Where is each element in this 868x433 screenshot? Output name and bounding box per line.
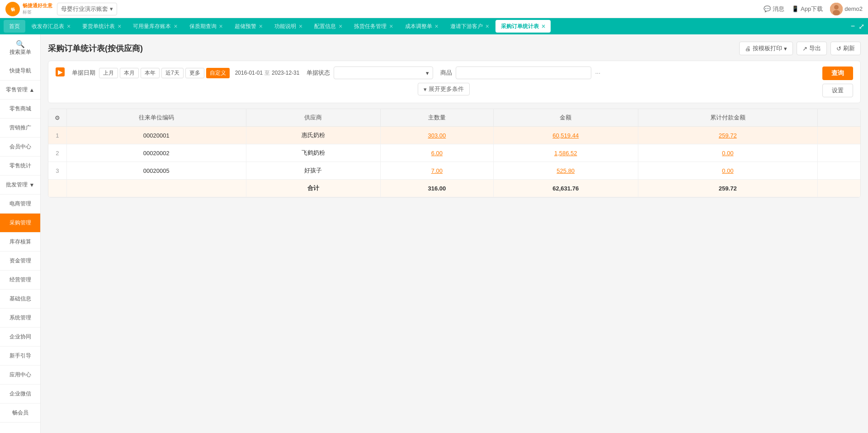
refresh-icon: ↺	[836, 45, 841, 52]
workspace-name: 母婴行业演示账套	[61, 5, 108, 13]
sidebar-item-inventory-check[interactable]: 库存核算	[0, 233, 40, 252]
top-bar-right: 💬 消息 📱 App下载 demo2	[764, 3, 863, 15]
sidebar-item-marketing[interactable]: 营销推广	[0, 119, 40, 138]
expand-conditions-btn[interactable]: ▾ 展开更多条件	[418, 83, 470, 95]
sidebar-item-retail-mall[interactable]: 零售商城	[0, 100, 40, 119]
sidebar-item-app-center[interactable]: 应用中心	[0, 366, 40, 385]
paid-amount-cell: 0.00	[638, 162, 817, 180]
supplier-col-header: 供应商	[246, 109, 380, 127]
sidebar-item-wholesale-mgmt[interactable]: 批发管理 ▼	[0, 176, 40, 195]
nav-right-buttons: − ⤢	[851, 22, 864, 31]
filter-row-1: 单据日期 上月 本月 本年 近7天 更多 自定义 2016-01-01	[72, 67, 815, 79]
table-body: 1 00020001 惠氏奶粉 303.00 60,519.44 259.72 …	[48, 127, 860, 180]
goods-input[interactable]	[456, 67, 591, 79]
data-table: ⚙ 往来单位编码 供应商 主数量 金额 累计付款金额 1 00020001	[48, 109, 860, 197]
message-btn[interactable]: 💬 消息	[764, 5, 784, 13]
sidebar-item-retail-stats[interactable]: 零售统计	[0, 157, 40, 176]
tab-function-desc[interactable]: 功能说明 ×	[269, 20, 308, 33]
date-7days-btn[interactable]: 近7天	[161, 68, 184, 78]
sidebar-item-enterprise-collab[interactable]: 企业协同	[0, 328, 40, 347]
tab-task-mgmt[interactable]: 拣货任务管理 ×	[349, 20, 398, 33]
query-button[interactable]: 查询	[822, 67, 853, 80]
empty-col-header	[817, 109, 860, 127]
tab-purchase-summary[interactable]: 采购订单统计表 ×	[495, 20, 551, 33]
sidebar-item-basic-info[interactable]: 基础信息	[0, 290, 40, 309]
tab-available-stock[interactable]: 可用量库存账本 ×	[127, 20, 183, 33]
maximize-icon[interactable]: ⤢	[859, 22, 864, 31]
svg-point-4	[833, 10, 840, 15]
tab-cost-adjust[interactable]: 成本调整单 ×	[400, 20, 444, 33]
close-icon[interactable]: ×	[299, 23, 302, 30]
table-row: 3 00020005 好孩子 7.00 525.80 0.00	[48, 162, 860, 180]
gear-icon[interactable]: ⚙	[55, 114, 60, 121]
chevron-down-icon: ▾	[426, 70, 429, 76]
settings-button[interactable]: 设置	[822, 84, 853, 97]
filter-toggle-btn[interactable]: ▶	[56, 67, 65, 76]
footer-quantity: 316.00	[381, 180, 494, 197]
amount-cell: 1,586.52	[493, 144, 638, 162]
export-button[interactable]: ↗ 导出	[797, 42, 827, 55]
app-download-btn[interactable]: 📱 App下载	[792, 5, 823, 13]
tab-home[interactable]: 首页	[4, 20, 25, 33]
supplier-cell: 飞鹤奶粉	[246, 144, 380, 162]
unit-code-cell: 00020005	[66, 162, 246, 180]
date-this-year-btn[interactable]: 本年	[141, 68, 160, 78]
sidebar-item-vip-member[interactable]: 畅会员	[0, 404, 40, 423]
sidebar-item-finance-mgmt[interactable]: 资金管理	[0, 252, 40, 271]
close-icon[interactable]: ×	[174, 23, 177, 30]
quantity-cell: 7.00	[381, 162, 494, 180]
status-select[interactable]: ▾	[334, 67, 433, 79]
footer-row: 合计 316.00 62,631.76 259.72	[48, 180, 860, 197]
close-icon[interactable]: ×	[259, 23, 263, 30]
sidebar-item-purchase-mgmt[interactable]: 采购管理	[0, 214, 40, 233]
close-icon[interactable]: ×	[219, 23, 223, 30]
sidebar-item-new-guide[interactable]: 新手引导	[0, 347, 40, 366]
close-icon[interactable]: ×	[486, 23, 489, 30]
tab-goods-summary[interactable]: 要货单统计表 ×	[77, 20, 127, 33]
tab-config-info[interactable]: 配置信息 ×	[309, 20, 348, 33]
query-area: 查询 设置	[822, 67, 853, 97]
footer-amount: 62,631.76	[493, 180, 638, 197]
date-this-month-btn[interactable]: 本月	[120, 68, 139, 78]
close-icon[interactable]: ×	[339, 23, 342, 30]
sidebar-item-quick-nav[interactable]: 快捷导航	[0, 62, 40, 81]
sidebar-item-retail-mgmt[interactable]: 零售管理 ▲	[0, 81, 40, 100]
minimize-icon[interactable]: −	[851, 22, 855, 30]
date-more-btn[interactable]: 更多	[185, 68, 204, 78]
user-name: demo2	[844, 5, 863, 12]
row-num: 2	[48, 144, 66, 162]
close-icon[interactable]: ×	[67, 23, 71, 30]
sidebar-item-ecommerce-mgmt[interactable]: 电商管理	[0, 195, 40, 214]
sidebar-item-system-mgmt[interactable]: 系统管理	[0, 309, 40, 328]
row-num: 1	[48, 127, 66, 144]
sidebar-item-member-center[interactable]: 会员中心	[0, 138, 40, 157]
date-shortcuts: 上月 本月 本年 近7天 更多 自定义	[99, 68, 230, 78]
tab-warranty[interactable]: 保质期查询 ×	[184, 20, 228, 33]
footer-paid-amount: 259.72	[638, 180, 817, 197]
table-header: ⚙ 往来单位编码 供应商 主数量 金额 累计付款金额	[48, 109, 860, 127]
tab-overstock[interactable]: 超储预警 ×	[229, 20, 268, 33]
refresh-button[interactable]: ↺ 刷新	[830, 42, 861, 55]
nav-tabs: 首页 收发存汇总表 × 要货单统计表 × 可用量库存账本 × 保质期查询 × 超…	[0, 18, 868, 34]
date-last-month-btn[interactable]: 上月	[99, 68, 118, 78]
close-icon[interactable]: ×	[435, 23, 439, 30]
sidebar-item-search[interactable]: 🔍 搜索菜单	[0, 34, 40, 62]
close-icon[interactable]: ×	[542, 23, 545, 30]
tab-invite-downstream[interactable]: 邀请下游客户 ×	[445, 20, 495, 33]
chevron-down-icon: ▾	[424, 86, 427, 93]
close-icon[interactable]: ×	[118, 23, 121, 30]
avatar	[830, 3, 843, 15]
more-options-icon[interactable]: ···	[595, 69, 600, 76]
sidebar-item-ops-mgmt[interactable]: 经营管理	[0, 271, 40, 290]
print-button[interactable]: 🖨 按模板打印 ▾	[739, 42, 793, 55]
arrow-down-icon: ▲	[29, 87, 35, 93]
quantity-cell: 303.00	[381, 127, 494, 144]
workspace-selector[interactable]: 母婴行业演示账套 ▾	[57, 3, 117, 15]
user-area[interactable]: demo2	[830, 3, 863, 15]
date-custom-btn[interactable]: 自定义	[206, 68, 230, 78]
close-icon[interactable]: ×	[389, 23, 393, 30]
sidebar: 🔍 搜索菜单 快捷导航 零售管理 ▲ 零售商城 营销推广 会员中心 零售统计 批…	[0, 34, 41, 433]
tab-receive-summary[interactable]: 收发存汇总表 ×	[26, 20, 76, 33]
table-container: ⚙ 往来单位编码 供应商 主数量 金额 累计付款金额 1 00020001	[48, 109, 861, 198]
sidebar-item-enterprise-wechat[interactable]: 企业微信	[0, 385, 40, 404]
